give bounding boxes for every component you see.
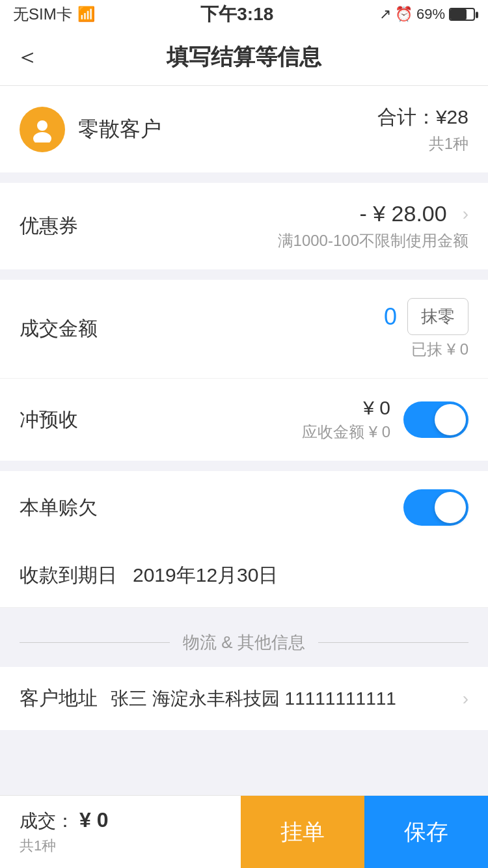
bottom-bar: 成交： ¥ 0 共1种 挂单 保存: [0, 795, 488, 868]
address-row[interactable]: 客户地址 张三 海淀永丰科技园 11111111111 ›: [0, 667, 488, 730]
address-label: 客户地址: [20, 685, 98, 712]
credit-row: 本单赊欠: [0, 471, 488, 544]
hold-button[interactable]: 挂单: [241, 796, 364, 868]
logistics-header: 物流 & 其他信息: [0, 618, 488, 667]
logistics-section-label: 物流 & 其他信息: [183, 631, 305, 654]
status-left: 无SIM卡 📶: [13, 4, 95, 25]
status-right: ↗ ⏰ 69%: [379, 6, 475, 23]
bottom-summary: 成交： ¥ 0 共1种: [0, 796, 241, 868]
credit-label: 本单赊欠: [20, 495, 98, 521]
time-label: 下午3:18: [200, 2, 273, 27]
transaction-row: 成交金额 抹零 已抹 ¥ 0: [0, 280, 488, 379]
location-icon: ↗: [379, 6, 391, 23]
svg-point-0: [37, 120, 47, 131]
pre-receive-amounts: ¥ 0 应收金额 ¥ 0: [302, 397, 390, 442]
due-date-value: 2019年12月30日: [133, 562, 278, 589]
chevron-right-icon: ›: [463, 204, 468, 224]
bottom-summary-label: 成交：: [20, 809, 74, 834]
pre-receive-row: 冲预收 ¥ 0 应收金额 ¥ 0: [0, 379, 488, 461]
status-bar: 无SIM卡 📶 下午3:18 ↗ ⏰ 69%: [0, 0, 488, 29]
due-date-label: 收款到期日: [20, 562, 117, 589]
pre-receive-right: ¥ 0 应收金额 ¥ 0: [302, 397, 468, 442]
transaction-input[interactable]: [332, 303, 397, 331]
toggle-knob: [435, 404, 466, 435]
svg-point-1: [33, 132, 51, 142]
customer-left: 零散客户: [20, 107, 161, 152]
alarm-icon: ⏰: [395, 6, 413, 23]
nav-bar: ＜ 填写结算等信息: [0, 29, 488, 86]
coupon-desc: 满1000-100不限制使用金额: [278, 230, 468, 251]
avatar: [20, 107, 65, 152]
bottom-summary-count: 共1种: [20, 836, 221, 856]
page-title: 填写结算等信息: [167, 42, 321, 72]
transaction-label: 成交金额: [20, 316, 111, 342]
pre-receive-label: 冲预收: [20, 407, 78, 433]
battery-label: 69%: [416, 6, 445, 23]
coupon-label: 优惠券: [20, 213, 111, 239]
address-value: 张三 海淀永丰科技园 11111111111: [111, 686, 463, 711]
address-chevron-icon: ›: [463, 688, 468, 709]
transaction-value-area: 抹零 已抹 ¥ 0: [111, 298, 468, 360]
pre-receive-toggle[interactable]: [403, 401, 468, 438]
credit-toggle-knob: [435, 492, 466, 523]
already-rounded-label: 已抹 ¥ 0: [411, 339, 468, 360]
customer-row: 零散客户 合计：¥28 共1种: [0, 86, 488, 172]
battery-icon: [449, 8, 475, 21]
customer-name: 零散客户: [78, 115, 161, 144]
back-button[interactable]: ＜: [16, 41, 39, 73]
customer-right: 合计：¥28 共1种: [377, 104, 468, 154]
pre-receive-amount: ¥ 0: [363, 397, 390, 419]
coupon-section: 优惠券 - ¥ 28.00 › 满1000-100不限制使用金额: [0, 183, 488, 269]
credit-toggle[interactable]: [403, 489, 468, 526]
customer-count: 共1种: [377, 133, 468, 154]
logistics-line-right: [318, 642, 468, 643]
transaction-input-row: 抹零: [332, 298, 468, 335]
due-date-row: 收款到期日 2019年12月30日: [0, 544, 488, 608]
bottom-summary-main: 成交： ¥ 0: [20, 808, 221, 834]
coupon-amount: - ¥ 28.00: [359, 201, 446, 226]
save-button[interactable]: 保存: [364, 796, 488, 868]
content-area: 零散客户 合计：¥28 共1种 优惠券 - ¥ 28.00 › 满1000-10…: [0, 86, 488, 819]
customer-total: 合计：¥28: [377, 104, 468, 131]
coupon-row[interactable]: 优惠券 - ¥ 28.00 › 满1000-100不限制使用金额: [0, 183, 488, 269]
coupon-amount-row: - ¥ 28.00 ›: [359, 201, 468, 226]
carrier-label: 无SIM卡: [13, 4, 72, 25]
wifi-icon: 📶: [77, 6, 95, 23]
coupon-value-area: - ¥ 28.00 › 满1000-100不限制使用金额: [111, 201, 468, 251]
bottom-summary-amount: ¥ 0: [79, 808, 108, 832]
round-zero-button[interactable]: 抹零: [407, 298, 468, 335]
transaction-section: 成交金额 抹零 已抹 ¥ 0 冲预收 ¥ 0 应收金额 ¥ 0: [0, 280, 488, 461]
logistics-line-left: [20, 642, 170, 643]
pre-receive-receivable: 应收金额 ¥ 0: [302, 422, 390, 442]
credit-section: 本单赊欠 收款到期日 2019年12月30日: [0, 471, 488, 608]
